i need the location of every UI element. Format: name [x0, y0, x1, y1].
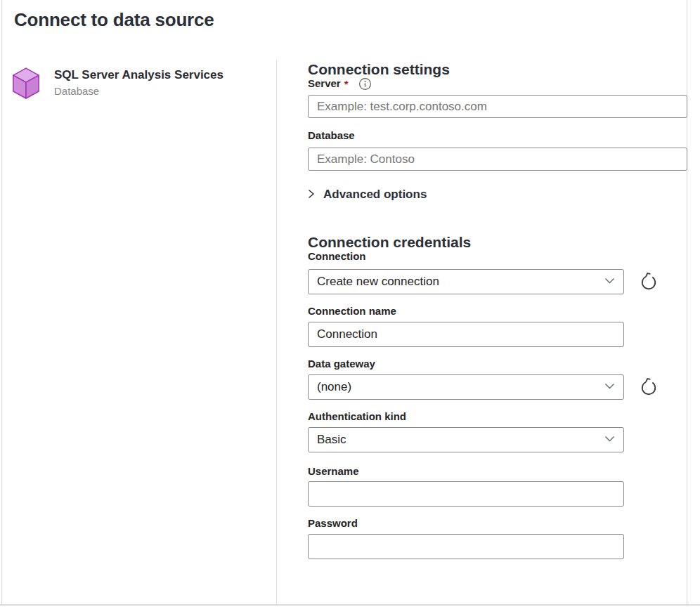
data-gateway-dropdown-value: (none) [317, 380, 351, 394]
data-gateway-label: Data gateway [308, 358, 687, 370]
connection-form: Connection settings Server * Database Ad… [308, 0, 687, 559]
refresh-connections-button[interactable] [635, 269, 662, 294]
advanced-options-label: Advanced options [323, 188, 427, 202]
cube-icon [11, 67, 41, 103]
database-label: Database [308, 130, 687, 141]
selected-data-source: SQL Server Analysis Services Database [11, 67, 223, 103]
database-input[interactable] [308, 148, 687, 171]
page-left-border [1, 0, 2, 606]
connection-combo-row: Create new connection [308, 269, 687, 294]
connection-dropdown[interactable]: Create new connection [308, 269, 624, 294]
refresh-gateways-button[interactable] [635, 374, 662, 400]
password-label: Password [308, 518, 687, 529]
refresh-icon [639, 272, 659, 292]
page-title: Connect to data source [14, 9, 214, 31]
data-gateway-combo-row: (none) [308, 374, 687, 400]
server-required-mark: * [344, 78, 349, 90]
chevron-right-icon [308, 189, 315, 202]
advanced-options-toggle[interactable]: Advanced options [308, 188, 687, 202]
chevron-down-icon [604, 275, 615, 289]
info-icon[interactable] [358, 77, 372, 91]
data-gateway-dropdown[interactable]: (none) [308, 374, 624, 400]
panel-divider [276, 60, 277, 604]
connection-name-label: Connection name [308, 306, 687, 317]
page-bottom-border [0, 604, 700, 606]
server-input[interactable] [308, 95, 687, 118]
authentication-kind-label: Authentication kind [308, 411, 687, 422]
authentication-kind-dropdown-value: Basic [317, 433, 346, 447]
data-source-meta: SQL Server Analysis Services Database [54, 67, 223, 98]
server-label: Server [308, 78, 341, 89]
connection-name-input[interactable] [308, 322, 624, 347]
connection-settings-heading: Connection settings [308, 61, 687, 78]
connection-credentials-heading: Connection credentials [308, 234, 687, 251]
connection-label: Connection [308, 251, 687, 262]
password-input[interactable] [308, 534, 624, 559]
refresh-icon [639, 377, 659, 397]
username-input[interactable] [308, 481, 624, 507]
server-label-row: Server * [308, 78, 687, 89]
username-label: Username [308, 466, 687, 477]
data-source-name: SQL Server Analysis Services [54, 68, 223, 82]
chevron-down-icon [604, 433, 615, 447]
data-source-kind: Database [54, 85, 223, 98]
connection-dropdown-value: Create new connection [317, 275, 439, 289]
authentication-kind-dropdown[interactable]: Basic [308, 427, 624, 452]
chevron-down-icon [604, 381, 615, 394]
